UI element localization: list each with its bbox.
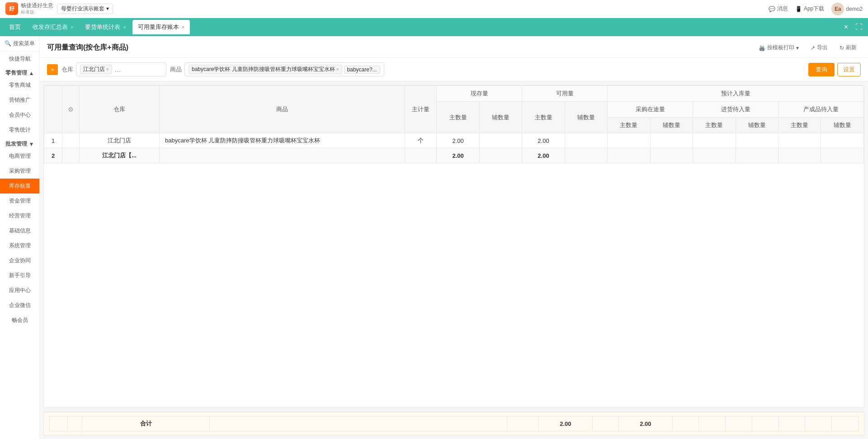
chevron-down-icon: ▾: [796, 45, 799, 51]
sidebar-search[interactable]: 🔍 搜索菜单: [0, 36, 39, 52]
sidebar-finance-label: 资金管理: [9, 197, 31, 205]
th-available-group: 可用量: [522, 86, 608, 102]
filter-actions: 查询 设置: [808, 63, 861, 76]
tab-home[interactable]: 首页: [4, 20, 26, 34]
tab-receipts-close[interactable]: ×: [71, 24, 73, 30]
sidebar-item-enterprise-wechat[interactable]: 企业微信: [0, 298, 39, 313]
print-btn[interactable]: 🖨️ 按模板打印 ▾: [755, 42, 803, 54]
close-window-icon[interactable]: ×: [842, 21, 850, 33]
message-btn[interactable]: 💬 消息: [769, 5, 788, 13]
product-tag-2[interactable]: babycare?...: [344, 66, 380, 74]
footer-s1: [699, 416, 726, 431]
settings-btn[interactable]: 设置: [837, 63, 861, 76]
sidebar-system-label: 系统管理: [9, 242, 31, 250]
product-tag-1[interactable]: babycare学饮杯 儿童防摔防撞吸管杯重力球吸嘴杯宝宝水杯 ×: [189, 65, 342, 74]
th-product-pending-aux: 辅数量: [821, 118, 864, 133]
sidebar-item-system[interactable]: 系统管理: [0, 238, 39, 253]
sidebar-item-new-guide[interactable]: 新手引导: [0, 268, 39, 283]
warehouse-input[interactable]: 江北门店 × ...: [76, 62, 166, 76]
chevron-down-icon: ▼: [29, 141, 34, 147]
sidebar-item-retail-mgmt[interactable]: 零售管理 ▲: [0, 66, 39, 78]
cell-pp-main-1: [778, 133, 821, 148]
sidebar-item-app-center[interactable]: 应用中心: [0, 283, 39, 298]
sidebar-enterprise-wechat-label: 企业微信: [9, 302, 31, 309]
content-area: 可用量查询(按仓库+商品) 🖨️ 按模板打印 ▾ ↗ 导出 ↻ 刷新: [40, 36, 868, 439]
footer-s2: [726, 416, 752, 431]
footer-spacer-1: [50, 416, 68, 431]
cell-warehouse-2: 江北门店【...: [80, 148, 160, 163]
tab-receipts[interactable]: 收发存汇总表 ×: [27, 20, 79, 34]
cell-product-2: [160, 148, 405, 163]
sidebar-item-member-center[interactable]: 会员中心: [0, 108, 39, 123]
sidebar-item-inventory-check[interactable]: 库存核算: [0, 179, 39, 194]
tab-inventory[interactable]: 可用量库存账本 ×: [132, 20, 190, 34]
sidebar-wholesale-label: 批发管理: [5, 140, 27, 148]
sidebar-item-retail-mall[interactable]: 零售商城: [0, 78, 39, 93]
tab-inventory-close[interactable]: ×: [182, 24, 184, 30]
logo-area: 好 畅捷通好生意 标准版: [5, 2, 53, 15]
query-btn[interactable]: 查询: [808, 63, 835, 76]
cell-current-aux-1: [479, 133, 522, 148]
app-download-btn[interactable]: 📱 App下载: [795, 5, 824, 13]
tab-order-stats-close[interactable]: ×: [123, 24, 126, 30]
sidebar-item-member[interactable]: 畅会员: [0, 313, 39, 328]
th-goods-pending-main: 主数量: [693, 118, 736, 133]
cell-gear-2: [62, 148, 80, 163]
data-table-container: ⚙ 仓库 商品 主计量 现存量 可用量 预计入库量 主数量 辅数量 主数量 辅数…: [43, 85, 864, 408]
sidebar-member-item-label: 畅会员: [12, 316, 28, 324]
sidebar-item-enterprise[interactable]: 企业协同: [0, 253, 39, 268]
cell-avail-aux-1: [565, 133, 607, 148]
footer-s6: [832, 416, 859, 431]
sidebar-ecommerce-label: 电商管理: [9, 152, 31, 160]
th-purchase-transit-aux: 辅数量: [650, 118, 693, 133]
data-table: ⚙ 仓库 商品 主计量 现存量 可用量 预计入库量 主数量 辅数量 主数量 辅数…: [44, 85, 864, 163]
warehouse-tag[interactable]: 江北门店 ×: [80, 65, 112, 74]
sidebar-item-retail-stats[interactable]: 零售统计: [0, 123, 39, 137]
sidebar-inventory-label: 库存核算: [9, 182, 31, 190]
export-icon: ↗: [811, 45, 815, 51]
warehouse-more[interactable]: ...: [114, 66, 122, 74]
product-filter-group: 商品 babycare学饮杯 儿童防摔防撞吸管杯重力球吸嘴杯宝宝水杯 × bab…: [170, 62, 384, 76]
th-available-aux: 辅数量: [565, 102, 607, 133]
header-left: 好 畅捷通好生意 标准版 母婴行业演示账套 ▾: [5, 2, 113, 15]
cell-current-main-2: 2.00: [437, 148, 479, 163]
sidebar-item-finance[interactable]: 资金管理: [0, 194, 39, 208]
refresh-label: 刷新: [846, 44, 857, 52]
industry-selector[interactable]: 母婴行业演示账套 ▾: [57, 4, 113, 14]
th-main-unit: 主计量: [405, 86, 437, 133]
tab-order-stats[interactable]: 要货单统计表 ×: [80, 20, 131, 34]
th-purchase-transit-group: 采购在途量: [608, 102, 693, 118]
user-area[interactable]: Ea demo2: [831, 3, 863, 15]
sidebar-item-operation[interactable]: 经营管理: [0, 208, 39, 223]
cell-pp-aux-2: [821, 148, 864, 163]
top-header: 好 畅捷通好生意 标准版 母婴行业演示账套 ▾ 💬 消息 📱 App下载 Ea …: [0, 0, 868, 18]
sidebar-retail-stats-label: 零售统计: [9, 126, 31, 134]
tab-home-label: 首页: [9, 23, 21, 31]
sidebar-item-marketing[interactable]: 营销推广: [0, 93, 39, 108]
warehouse-filter-group: 仓库 江北门店 × ...: [61, 62, 166, 76]
th-goods-pending-group: 进货待入量: [693, 102, 778, 118]
fullscreen-icon[interactable]: ⛶: [854, 21, 864, 33]
cell-pt-aux-1: [650, 133, 693, 148]
phone-icon: 📱: [795, 6, 802, 12]
cell-current-main-1: 2.00: [437, 133, 479, 148]
warehouse-tag-close[interactable]: ×: [106, 67, 109, 72]
sidebar-item-basic-info[interactable]: 基础信息: [0, 223, 39, 238]
footer-s4: [778, 416, 805, 431]
gear-icon[interactable]: ⚙: [68, 106, 74, 113]
sidebar-quick-nav-label: 快捷导航: [9, 55, 31, 63]
sidebar-item-wholesale[interactable]: 批发管理 ▼: [0, 137, 39, 149]
sidebar-item-ecommerce[interactable]: 电商管理: [0, 149, 39, 164]
cell-pt-aux-2: [650, 148, 693, 163]
table-header-row-1: ⚙ 仓库 商品 主计量 现存量 可用量 预计入库量: [44, 86, 864, 102]
export-btn[interactable]: ↗ 导出: [807, 42, 832, 54]
warehouse-filter-label: 仓库: [61, 66, 73, 74]
filter-toggle-btn[interactable]: »: [47, 64, 58, 75]
th-current-stock-group: 现存量: [437, 86, 522, 102]
sidebar-marketing-label: 营销推广: [9, 96, 31, 104]
sidebar-quick-nav[interactable]: 快捷导航: [0, 52, 39, 66]
refresh-btn[interactable]: ↻ 刷新: [835, 42, 861, 54]
product-input[interactable]: babycare学饮杯 儿童防摔防撞吸管杯重力球吸嘴杯宝宝水杯 × babyca…: [184, 62, 384, 76]
product-tag-1-close[interactable]: ×: [336, 67, 339, 72]
sidebar-item-purchase[interactable]: 采购管理: [0, 164, 39, 179]
